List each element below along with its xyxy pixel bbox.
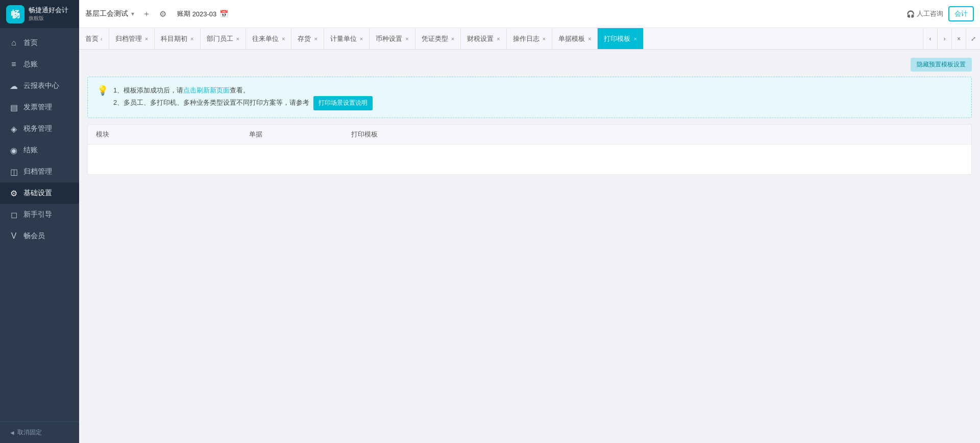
member-icon: V [9, 231, 18, 241]
add-tab-button[interactable]: ＋ [140, 8, 153, 20]
tab-archive-close[interactable]: × [145, 36, 148, 42]
tab-home[interactable]: 首页 ‹ [79, 28, 109, 49]
basic-icon: ⚙ [9, 189, 18, 198]
sidebar-item-guide[interactable]: ◻ 新手引导 [0, 204, 79, 225]
guide-icon: ◻ [9, 210, 18, 219]
tab-department[interactable]: 部门员工 × [201, 28, 246, 49]
home-icon: ⌂ [9, 38, 18, 48]
kuaiji-button[interactable]: 会计 [948, 6, 974, 21]
tab-oplog[interactable]: 操作日志 × [507, 28, 552, 49]
tab-taxset[interactable]: 财税设置 × [461, 28, 506, 49]
settings-button[interactable]: ⚙ [157, 8, 169, 20]
logo-icon: 畅 [6, 5, 24, 24]
tab-currency-close[interactable]: × [405, 36, 408, 42]
tab-subject[interactable]: 科目期初 × [155, 28, 200, 49]
tab-contacts-close[interactable]: × [282, 36, 285, 42]
sidebar-nav: ⌂ 首页 ≡ 总账 ☁ 云报表中心 ▤ 发票管理 ◈ 税务管理 ◉ 结账 ◫ 归… [0, 28, 79, 422]
archive-icon: ◫ [9, 167, 18, 176]
table-header: 模块 单据 打印模板 [87, 124, 972, 144]
tab-taxset-close[interactable]: × [497, 36, 500, 42]
sidebar-item-basic[interactable]: ⚙ 基础设置 [0, 182, 79, 204]
tab-department-close[interactable]: × [236, 36, 239, 42]
tab-print[interactable]: 打印模板 × [598, 28, 643, 49]
tab-inventory-close[interactable]: × [314, 36, 317, 42]
home-tab-nav: ‹ [101, 36, 103, 42]
tab-scroll-left[interactable]: ‹ [923, 28, 937, 49]
company-selector[interactable]: 基层工会测试 ▾ [85, 9, 134, 18]
hide-preview-button[interactable]: 隐藏预置模板设置 [911, 58, 972, 72]
tax-icon: ◈ [9, 124, 18, 133]
sidebar-item-archive[interactable]: ◫ 归档管理 [0, 161, 79, 182]
tab-scroll-right[interactable]: › [937, 28, 951, 49]
lightbulb-icon: 💡 [97, 85, 108, 96]
period-display: 账期 2023-03 📅 [177, 9, 228, 18]
notice-box: 💡 1、模板添加成功后，请点击刷新新页面查看。 2、多员工、多打印机、多种业务类… [87, 77, 972, 118]
ledger-icon: ≡ [9, 60, 18, 69]
tab-fullscreen[interactable]: ⤢ [966, 28, 980, 49]
col-template-header: 打印模板 [351, 130, 963, 139]
tab-currency[interactable]: 币种设置 × [370, 28, 415, 49]
tab-nav-controls: ‹ › × ⤢ [923, 28, 980, 49]
tab-voucher2[interactable]: 单据模板 × [552, 28, 598, 49]
col-module-header: 模块 [96, 130, 249, 139]
hide-preview-bar: 隐藏预置模板设置 [87, 58, 972, 72]
tab-voucher2-close[interactable]: × [588, 36, 591, 42]
tab-unit[interactable]: 计量单位 × [324, 28, 370, 49]
tab-subject-close[interactable]: × [190, 36, 193, 42]
tab-oplog-close[interactable]: × [543, 36, 546, 42]
sidebar-logo: 畅 畅捷通好会计 旗舰版 [0, 0, 79, 28]
refresh-link[interactable]: 点击刷新新页面 [183, 86, 230, 94]
logo-text: 畅捷通好会计 旗舰版 [29, 6, 68, 22]
settle-icon: ◉ [9, 146, 18, 155]
reports-icon: ☁ [9, 81, 18, 90]
sidebar-item-reports[interactable]: ☁ 云报表中心 [0, 75, 79, 97]
sidebar-item-settle[interactable]: ◉ 结账 [0, 139, 79, 161]
main-area: 基层工会测试 ▾ ＋ ⚙ 账期 2023-03 📅 🎧 人工咨询 会计 首页 ‹ [79, 0, 980, 443]
tab-contacts[interactable]: 往来单位 × [246, 28, 291, 49]
table-body [87, 144, 972, 175]
print-scene-button[interactable]: 打印场景设置说明 [313, 96, 373, 110]
col-document-header: 单据 [249, 130, 351, 139]
company-name: 基层工会测试 [85, 9, 128, 18]
notice-text: 1、模板添加成功后，请点击刷新新页面查看。 2、多员工、多打印机、多种业务类型设… [113, 84, 373, 110]
tab-voucher[interactable]: 凭证类型 × [415, 28, 461, 49]
sidebar-item-home[interactable]: ⌂ 首页 [0, 32, 79, 54]
notice-line1: 1、模板添加成功后，请点击刷新新页面查看。 [113, 84, 373, 96]
sidebar-item-invoice[interactable]: ▤ 发票管理 [0, 97, 79, 118]
tab-unit-close[interactable]: × [360, 36, 363, 42]
company-dropdown-icon: ▾ [131, 10, 134, 17]
sidebar-item-member[interactable]: V 畅会员 [0, 225, 79, 247]
tab-voucher-close[interactable]: × [451, 36, 454, 42]
topbar: 基层工会测试 ▾ ＋ ⚙ 账期 2023-03 📅 🎧 人工咨询 会计 [79, 0, 980, 28]
tabbar: 首页 ‹ 归档管理 × 科目期初 × 部门员工 × 往来单位 × 存货 × 计量… [79, 28, 980, 50]
topbar-actions: ＋ ⚙ [140, 8, 169, 20]
help-button[interactable]: 🎧 人工咨询 [906, 9, 943, 18]
tab-close-current[interactable]: × [951, 28, 966, 49]
invoice-icon: ▤ [9, 103, 18, 112]
sidebar-item-tax[interactable]: ◈ 税务管理 [0, 118, 79, 139]
arrow-left-icon: ◄ [9, 429, 15, 436]
tab-archive[interactable]: 归档管理 × [109, 28, 155, 49]
notice-line2: 2、多员工、多打印机、多种业务类型设置不同打印方案等，请参考 打印场景设置说明 [113, 96, 373, 110]
print-template-table: 模块 单据 打印模板 [87, 124, 972, 175]
tab-print-close[interactable]: × [633, 36, 636, 42]
period-value: 2023-03 [192, 10, 217, 18]
topbar-right: 🎧 人工咨询 会计 [906, 6, 974, 21]
tab-inventory[interactable]: 存货 × [291, 28, 324, 49]
sidebar-unpin-button[interactable]: ◄ 取消固定 [0, 422, 79, 443]
main-content: 隐藏预置模板设置 💡 1、模板添加成功后，请点击刷新新页面查看。 2、多员工、多… [79, 50, 980, 443]
calendar-icon[interactable]: 📅 [219, 10, 228, 18]
sidebar: 畅 畅捷通好会计 旗舰版 ⌂ 首页 ≡ 总账 ☁ 云报表中心 ▤ 发票管理 ◈ … [0, 0, 79, 443]
headset-icon: 🎧 [906, 10, 915, 18]
sidebar-item-ledger[interactable]: ≡ 总账 [0, 54, 79, 75]
period-label: 账期 [177, 9, 190, 18]
